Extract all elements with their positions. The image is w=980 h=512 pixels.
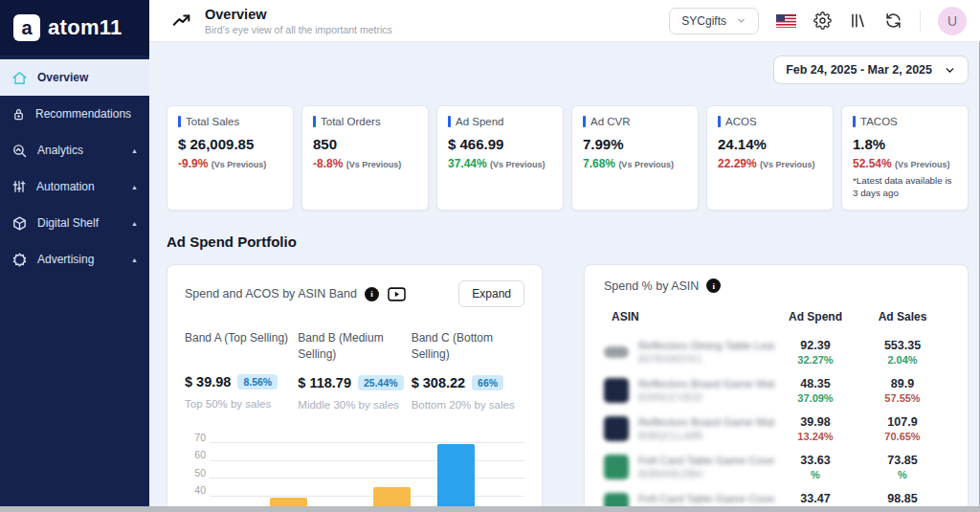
metric-card-total-orders[interactable]: Total Orders 850 -8.8% (Vs Previous)	[301, 105, 429, 211]
content: Feb 24, 2025 - Mar 2, 2025 Total Sales $…	[149, 42, 980, 512]
metric-label: Ad Spend	[456, 116, 504, 127]
product-thumbnail	[604, 455, 629, 479]
metric-delta: -8.8%	[313, 157, 343, 170]
chevron-up-icon: ▲	[131, 220, 138, 227]
date-range-picker[interactable]: Feb 24, 2025 - Mar 2, 2025	[773, 56, 969, 84]
refresh-icon	[884, 11, 902, 30]
product-name: Felt Card Table Game Cover...	[638, 455, 774, 466]
product-asin: B08M49U2BH	[638, 468, 774, 479]
band-badge: 8.56%	[237, 374, 278, 390]
main-area: Overview Bird's eye view of all the impo…	[149, 0, 980, 512]
library-button[interactable]	[849, 11, 867, 30]
metric-card-ad-cvr[interactable]: Ad CVR 7.99% 7.68% (Vs Previous)	[571, 105, 699, 211]
band-name: Band C (Bottom Selling)	[412, 330, 517, 364]
ad-spend-pct: 13.24%	[774, 431, 857, 442]
sidebar-item-label: Digital Shelf	[37, 216, 99, 230]
brand-logo[interactable]: a atom11	[0, 0, 149, 56]
refresh-button[interactable]	[884, 11, 902, 30]
brand-name: atom11	[48, 15, 122, 40]
sidebar-item-label: Overview	[37, 71, 88, 84]
table-row[interactable]: Felt Card Table Game Cover...B08M49U2BH …	[604, 448, 948, 486]
table-row[interactable]: Reflectors Board Game Mat ...B09NUCVB32 …	[604, 371, 948, 410]
accent-bar	[448, 116, 451, 127]
user-avatar[interactable]: U	[938, 7, 967, 35]
ad-sales-value: 73.85	[857, 454, 948, 467]
sidebar: a atom11 Overview Recommendations Analyt…	[0, 0, 149, 512]
ad-spend-pct: 37.09%	[774, 392, 857, 404]
table-row[interactable]: Reflectors Board Game Mat ...B0BQCLLA8R …	[604, 410, 948, 448]
top-header: Overview Bird's eye view of all the impo…	[149, 0, 980, 42]
metric-card-acos[interactable]: ACOS 24.14% 22.29% (Vs Previous)	[706, 105, 834, 211]
metric-value: 24.14%	[718, 136, 822, 152]
metric-label: Total Orders	[321, 116, 381, 127]
ad-spend-value: 33.63	[774, 454, 857, 467]
account-selector[interactable]: SYCgifts	[669, 8, 759, 34]
asin-bands: Band A (Top Selling) $ 39.98 8.56% Top 5…	[185, 330, 524, 411]
column-asin: ASIN	[604, 310, 774, 323]
sidebar-item-digital-shelf[interactable]: Digital Shelf ▲	[0, 205, 149, 241]
band-value: $ 39.98	[185, 374, 231, 390]
metric-card-tacos[interactable]: TACOS 1.8% 52.54% (Vs Previous) *Latest …	[841, 105, 969, 211]
spend-by-asin-panel: Spend % by ASIN i ASIN Ad Spend Ad Sales	[584, 264, 969, 512]
metric-value: 1.8%	[853, 136, 957, 152]
chevron-up-icon: ▲	[131, 256, 138, 263]
chevron-down-icon	[736, 15, 746, 26]
sidebar-item-label: Recommendations	[35, 107, 131, 121]
sidebar-item-recommendations[interactable]: Recommendations	[0, 96, 149, 132]
panels-row: Spend and ACOS by ASIN Band i Expand Ban…	[167, 264, 969, 512]
sidebar-item-advertising[interactable]: Advertising ▲	[0, 241, 149, 278]
settings-button[interactable]	[813, 11, 832, 30]
chart-plot-area	[213, 426, 524, 512]
window-bottom-edge	[0, 506, 980, 512]
product-asin: B0BQCLLA8R	[638, 430, 774, 441]
sidebar-item-label: Analytics	[37, 144, 83, 157]
metric-delta: 37.44%	[448, 157, 487, 170]
y-axis-tick: 70	[185, 432, 210, 443]
metric-card-total-sales[interactable]: Total Sales $ 26,009.85 -9.9% (Vs Previo…	[167, 105, 294, 211]
y-axis-tick: 50	[185, 467, 210, 479]
accent-bar	[718, 116, 721, 127]
metric-value: $ 466.99	[448, 136, 552, 152]
us-flag-icon	[776, 14, 796, 28]
panel-title: Spend % by ASIN	[604, 279, 699, 293]
vs-previous-label: (Vs Previous)	[895, 160, 950, 169]
date-range-label: Feb 24, 2025 - Mar 2, 2025	[786, 63, 932, 77]
column-ad-spend: Ad Spend	[774, 310, 857, 323]
sidebar-item-analytics[interactable]: Analytics ▲	[0, 132, 149, 168]
info-icon[interactable]: i	[365, 287, 379, 301]
band-subtitle: Top 50% by sales	[185, 398, 290, 410]
band-b: Band B (Medium Selling) $ 118.79 25.44% …	[298, 330, 411, 411]
info-icon[interactable]: i	[706, 278, 721, 293]
spend-acos-bar-chart[interactable]: 70 60 50 40	[185, 426, 524, 512]
accent-bar	[583, 116, 586, 127]
bar-band-c[interactable]	[437, 444, 475, 512]
expand-button[interactable]: Expand	[458, 280, 524, 307]
accent-bar	[313, 116, 316, 127]
ad-spend-pct: 32.27%	[774, 354, 857, 366]
chevron-up-icon: ▲	[131, 147, 138, 154]
sidebar-item-label: Automation	[36, 180, 95, 193]
table-row[interactable]: Reflectors Dining Table Leaf...B07BXM3YK…	[604, 333, 948, 371]
vs-previous-label: (Vs Previous)	[346, 160, 402, 169]
video-tutorial-icon[interactable]	[387, 286, 407, 302]
sidebar-item-automation[interactable]: Automation ▲	[0, 168, 149, 205]
ad-sales-value: 107.9	[857, 415, 948, 429]
divider	[920, 11, 921, 32]
metric-delta: 22.29%	[718, 157, 757, 170]
language-flag-button[interactable]	[776, 14, 796, 28]
metric-card-ad-spend[interactable]: Ad Spend $ 466.99 37.44% (Vs Previous)	[436, 105, 564, 211]
product-thumbnail	[604, 416, 629, 441]
band-c: Band C (Bottom Selling) $ 308.22 66% Bot…	[412, 330, 524, 411]
metric-value: $ 26,009.85	[178, 136, 282, 152]
asin-table: ASIN Ad Spend Ad Sales Reflectors Dining…	[604, 306, 948, 512]
sidebar-item-overview[interactable]: Overview	[0, 59, 149, 96]
vs-previous-label: (Vs Previous)	[490, 160, 546, 169]
band-badge: 25.44%	[358, 375, 404, 390]
metric-label: ACOS	[725, 116, 757, 127]
section-title: Ad Spend Portfolio	[167, 234, 969, 250]
ad-sales-pct: 2.04%	[857, 354, 948, 366]
metric-label: TACOS	[860, 116, 898, 127]
band-name: Band A (Top Selling)	[185, 330, 290, 363]
chevron-up-icon: ▲	[131, 184, 138, 190]
brand-logo-icon: a	[13, 14, 40, 41]
